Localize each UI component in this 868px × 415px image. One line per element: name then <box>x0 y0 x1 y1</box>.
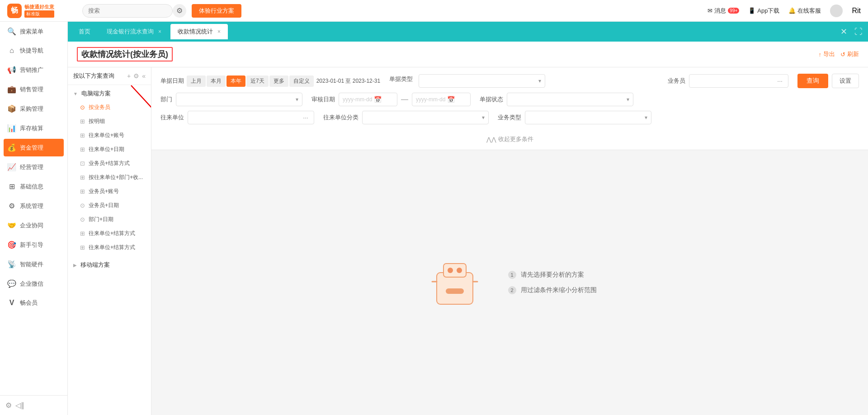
scheme-header-title: 按以下方案查询 <box>73 72 127 80</box>
collapse-up-icon: ⋀⋀ <box>486 136 496 143</box>
scheme-item-partner-settle2[interactable]: ⊞ 往来单位+结算方式 <box>68 241 151 255</box>
sidebar-item-system[interactable]: ⚙ 系统管理 <box>0 196 67 216</box>
scheme-section-label: 电脑端方案 <box>81 90 111 98</box>
doc-type-label: 单据类型 <box>389 75 413 82</box>
sidebar-item-member[interactable]: V 畅会员 <box>0 293 67 312</box>
sidebar-item-operations[interactable]: 📈 经营管理 <box>0 157 67 177</box>
review-date-end[interactable]: yyyy-mm-dd 📅 <box>412 93 471 106</box>
settings-bottom-icon[interactable]: ⚙ <box>5 401 12 410</box>
tab-bar: 首页 现金银行流水查询 × 收款情况统计 × ✕ ⛶ <box>68 22 868 42</box>
scheme-item-partner-account[interactable]: ⊞ 往来单位+账号 <box>68 128 151 142</box>
sidebar-item-label: 经营管理 <box>20 163 43 171</box>
collab-icon: 🤝 <box>7 221 16 230</box>
scheme-item-salesman-settle[interactable]: ⊡ 业务员+结算方式 <box>68 156 151 170</box>
tab-close-icon[interactable]: × <box>158 28 161 35</box>
sidebar-item-label: 营销推广 <box>20 66 43 74</box>
tab-close-window-icon[interactable]: ✕ <box>839 25 849 38</box>
scheme-mobile-section-header[interactable]: ▶ 移动端方案 <box>68 258 151 272</box>
scheme-item-by-salesman[interactable]: ⊙ 按业务员 <box>68 100 151 114</box>
dept-select[interactable]: ▾ <box>176 93 302 106</box>
sidebar-item-label: 销售管理 <box>20 85 43 94</box>
settings-button[interactable]: 设置 <box>832 74 859 88</box>
sidebar-item-label: 畅会员 <box>20 299 38 307</box>
scheme-settings-button[interactable]: ⚙ <box>133 72 139 80</box>
scheme-collapse-button[interactable]: « <box>142 72 146 80</box>
scheme-item-detail[interactable]: ⊞ 按明细 <box>68 114 151 128</box>
sidebar-item-label: 系统管理 <box>20 202 43 210</box>
scheme-pc-section-header[interactable]: ▼ 电脑端方案 <box>68 87 151 100</box>
collapse-sidebar-icon[interactable]: ◁∥ <box>15 401 24 410</box>
scheme-item-salesman-account[interactable]: ⊞ 业务员+账号 <box>68 184 151 198</box>
sidebar-item-nav[interactable]: ⌂ 快捷导航 <box>0 41 67 60</box>
sidebar-item-purchase[interactable]: 📦 采购管理 <box>0 99 67 118</box>
header-search-input[interactable] <box>82 4 173 18</box>
sidebar-item-collab[interactable]: 🤝 企业协同 <box>0 216 67 235</box>
date-separator: — <box>401 95 408 104</box>
refresh-button[interactable]: ↺ 刷新 <box>840 50 859 58</box>
page-header-actions: ↑ 导出 ↺ 刷新 <box>819 50 859 58</box>
date-label: 单据日期 <box>160 77 184 85</box>
sidebar-item-guide[interactable]: 🎯 新手引导 <box>0 235 67 255</box>
empty-illustration <box>423 250 486 315</box>
system-icon: ⚙ <box>7 202 16 210</box>
salesman-group: 业务员 ··· <box>668 74 788 88</box>
query-button[interactable]: 查询 <box>797 74 828 88</box>
app-download-button[interactable]: 📱 App下载 <box>748 7 779 15</box>
partner-category-select[interactable]: ▾ <box>362 111 489 124</box>
date-btn-this-month[interactable]: 本月 <box>207 75 226 87</box>
online-service-button[interactable]: 🔔 在线客服 <box>788 7 821 15</box>
sidebar-item-hardware[interactable]: 📡 智能硬件 <box>0 255 67 274</box>
partner-more-icon[interactable]: ··· <box>301 114 310 121</box>
doc-status-select[interactable]: ▾ <box>507 93 633 106</box>
sidebar-item-marketing[interactable]: 📢 营销推广 <box>0 60 67 80</box>
header-settings-button[interactable]: ⚙ <box>173 4 186 18</box>
sidebar-item-wechat[interactable]: 💬 企业微信 <box>0 274 67 293</box>
sidebar: 🔍 搜索菜单 ⌂ 快捷导航 📢 营销推广 💼 销售管理 📦 采购管理 📊 <box>0 22 68 415</box>
scheme-item-partner-settle1[interactable]: ⊞ 往来单位+结算方式 <box>68 226 151 241</box>
export-button[interactable]: ↑ 导出 <box>819 50 835 58</box>
chevron-down-icon: ▾ <box>296 96 298 103</box>
tab-maximize-icon[interactable]: ⛶ <box>853 25 864 38</box>
date-btn-more[interactable]: 更多 <box>269 75 288 87</box>
date-btn-last-month[interactable]: 上月 <box>187 75 206 87</box>
triangle-right-icon: ▶ <box>73 263 77 268</box>
review-date-label: 审核日期 <box>311 95 335 104</box>
tab-home[interactable]: 首页 <box>71 28 98 36</box>
tab-collection-stats[interactable]: 收款情况统计 × <box>170 24 228 39</box>
partner-select[interactable]: ··· <box>188 111 314 124</box>
scheme-item-partner-dept[interactable]: ⊞ 按往来单位+部门+收... <box>68 170 151 184</box>
date-btn-7days[interactable]: 近7天 <box>246 75 269 87</box>
sidebar-item-finance[interactable]: 💰 资金管理 <box>4 139 64 156</box>
tab-close-icon-active[interactable]: × <box>217 28 221 35</box>
add-scheme-button[interactable]: + <box>127 72 131 80</box>
date-btn-this-year[interactable]: 本年 <box>226 75 245 87</box>
sidebar-item-sales[interactable]: 💼 销售管理 <box>0 80 67 99</box>
doc-status-group: 单据状态 ▾ <box>480 93 633 106</box>
sidebar-item-search[interactable]: 🔍 搜索菜单 <box>0 22 67 41</box>
salesman-more-icon[interactable]: ··· <box>775 77 784 85</box>
salesman-select[interactable]: ··· <box>689 74 788 88</box>
date-btn-custom[interactable]: 自定义 <box>289 75 314 87</box>
doc-type-select[interactable]: ▾ <box>419 74 545 88</box>
scheme-item-partner-date[interactable]: ⊞ 往来单位+日期 <box>68 142 151 156</box>
date-filter-group: 单据日期 上月 本月 本年 近7天 更多 自定义 2023-01-01 至 20… <box>160 75 380 87</box>
chevron-down-icon: ▾ <box>482 114 485 121</box>
guide-icon: 🎯 <box>7 241 16 249</box>
partner-category-label: 往来单位分类 <box>323 113 359 122</box>
scheme-item-salesman-date[interactable]: ⊙ 业务员+日期 <box>68 198 151 212</box>
sidebar-item-label: 企业协同 <box>20 222 43 230</box>
sidebar-item-inventory[interactable]: 📊 库存核算 <box>0 118 67 138</box>
scheme-item-icon-active: ⊙ <box>79 104 86 111</box>
user-avatar[interactable] <box>830 5 843 17</box>
tab-bank-flow[interactable]: 现金银行流水查询 × <box>99 24 169 39</box>
message-button[interactable]: ✉ 消息 99+ <box>708 7 739 15</box>
scheme-item-dept-date[interactable]: ⊙ 部门+日期 <box>68 212 151 226</box>
step-1-number: 1 <box>508 271 516 279</box>
chevron-down-icon: ▾ <box>645 114 647 121</box>
collapse-more-button[interactable]: ⋀⋀ 收起更多条件 <box>483 132 537 147</box>
sidebar-item-basic[interactable]: ⊞ 基础信息 <box>0 177 67 196</box>
partner-category-group: 往来单位分类 ▾ <box>323 111 489 124</box>
trial-button[interactable]: 体验行业方案 <box>192 4 241 18</box>
biz-type-select[interactable]: ▾ <box>525 111 651 124</box>
review-date-start[interactable]: yyyy-mm-dd 📅 <box>339 93 397 106</box>
